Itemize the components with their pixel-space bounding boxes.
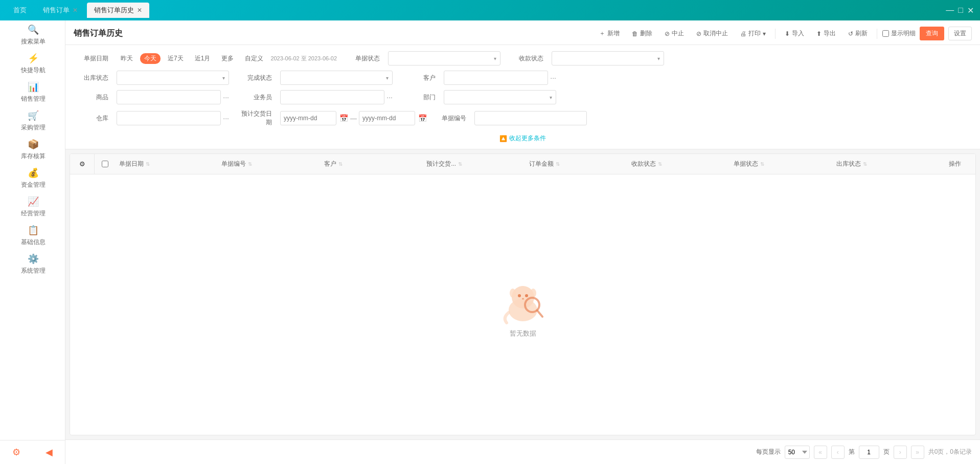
calendar-end-icon[interactable]: 📅 (418, 114, 427, 122)
tab-home[interactable]: 首页 (6, 3, 34, 18)
th-customer[interactable]: 客户 ⇅ (320, 160, 422, 168)
sidebar-collapse-icon[interactable]: ◀ (45, 447, 53, 458)
th-actions: 操作 (935, 160, 975, 168)
th-delivery[interactable]: 预计交货... ⇅ (422, 160, 525, 168)
sidebar-item-sales[interactable]: 📊 销售管理 (0, 78, 65, 106)
warehouse-dotdot[interactable]: ··· (223, 114, 229, 122)
delete-button[interactable]: 🗑 删除 (628, 27, 656, 40)
date-tag-1month[interactable]: 近1月 (191, 53, 215, 64)
toolbar: ＋ 新增 🗑 删除 ⊘ 中止 ⊘ 取消中止 🖨 打印 (595, 27, 972, 40)
delivery-date-end[interactable] (359, 111, 415, 125)
prev-page-btn[interactable]: ‹ (831, 446, 845, 459)
date-filter-label: 单据日期 (74, 54, 108, 63)
sidebar-item-finance[interactable]: 💰 资金管理 (0, 164, 65, 192)
refresh-button[interactable]: ↺ 刷新 (844, 27, 872, 40)
new-button[interactable]: ＋ 新增 (595, 27, 624, 40)
date-tag-more[interactable]: 更多 (217, 53, 238, 64)
calendar-start-icon[interactable]: 📅 (339, 114, 348, 122)
sales-icon: 📊 (28, 81, 39, 93)
sidebar-item-inventory[interactable]: 📦 库存核算 (0, 135, 65, 164)
shipment-status-select[interactable] (117, 71, 229, 85)
sidebar-item-search[interactable]: 🔍 搜索菜单 (0, 20, 65, 49)
th-payment-sort-icon: ⇅ (658, 161, 662, 167)
window-controls: — □ ✕ (946, 6, 974, 15)
customer-label: 客户 (401, 74, 436, 82)
sidebar-item-system[interactable]: ⚙️ 系统管理 (0, 250, 65, 278)
top-bar: 首页 销售订单 ✕ 销售订单历史 ✕ — □ ✕ (0, 0, 980, 20)
date-tag-yesterday[interactable]: 昨天 (117, 53, 137, 64)
next-page-btn[interactable]: › (894, 446, 907, 459)
th-customer-sort-icon: ⇅ (338, 161, 343, 167)
print-arrow-icon: ▾ (763, 30, 766, 37)
finance-icon: 💰 (28, 167, 39, 179)
tab-sales-history[interactable]: 销售订单历史 ✕ (87, 3, 149, 18)
shipment-status-label: 出库状态 (74, 74, 108, 82)
th-settings[interactable]: ⚙ (70, 154, 95, 174)
warehouse-label: 仓库 (74, 114, 108, 123)
tab-sales-order[interactable]: 销售订单 ✕ (36, 3, 85, 18)
sidebar-item-basic-info[interactable]: 📋 基础信息 (0, 221, 65, 250)
th-number[interactable]: 单据编号 ⇅ (217, 160, 320, 168)
filter-row-3: 商品 ··· 业务员 ··· 部门 ▾ (74, 90, 972, 104)
import-button[interactable]: ⬇ 导入 (781, 27, 808, 40)
sidebar-settings-icon[interactable]: ⚙ (12, 447, 20, 458)
th-amount[interactable]: 订单金额 ⇅ (525, 160, 627, 168)
last-page-icon: » (916, 449, 919, 456)
department-label: 部门 (401, 93, 436, 102)
goods-dotdot[interactable]: ··· (223, 93, 229, 101)
print-icon: 🖨 (740, 30, 746, 37)
sidebar-item-quick-nav[interactable]: ⚡ 快捷导航 (0, 49, 65, 78)
sidebar-item-purchase[interactable]: 🛒 采购管理 (0, 106, 65, 135)
close-btn[interactable]: ✕ (967, 6, 974, 15)
delivery-date-start[interactable] (280, 111, 336, 125)
first-page-btn[interactable]: « (814, 446, 827, 459)
date-tag-7days[interactable]: 近7天 (164, 53, 188, 64)
date-tag-today[interactable]: 今天 (140, 53, 161, 64)
th-date[interactable]: 单据日期 ⇅ (115, 160, 217, 168)
tab-sales-history-close[interactable]: ✕ (137, 7, 142, 14)
sidebar-item-sales-label: 销售管理 (21, 95, 45, 103)
filter-row-1: 单据日期 昨天 今天 近7天 近1月 更多 自定义 2023-06-02 至 2… (74, 51, 972, 65)
date-tag-custom[interactable]: 自定义 (241, 53, 267, 64)
completion-status-select[interactable] (280, 71, 393, 85)
th-checkbox[interactable] (95, 161, 115, 167)
tab-sales-order-close[interactable]: ✕ (73, 7, 78, 14)
display-detail-checkbox[interactable] (882, 30, 889, 37)
customer-input[interactable] (444, 71, 548, 85)
salesperson-dotdot[interactable]: ··· (386, 93, 393, 101)
salesperson-input[interactable] (280, 90, 384, 104)
minimize-btn[interactable]: — (946, 6, 954, 15)
last-page-btn[interactable]: » (911, 446, 924, 459)
th-number-label: 单据编号 (221, 160, 246, 168)
maximize-btn[interactable]: □ (958, 6, 963, 15)
collapse-row[interactable]: 🔼 收起更多条件 (74, 132, 972, 143)
sidebar-item-operations[interactable]: 📈 经营管理 (0, 192, 65, 221)
payment-status-select[interactable] (552, 51, 664, 65)
query-button[interactable]: 查询 (920, 27, 944, 40)
print-button[interactable]: 🖨 打印 ▾ (736, 27, 770, 40)
customer-dotdot[interactable]: ··· (550, 74, 556, 82)
warehouse-input[interactable] (117, 111, 221, 125)
purchase-icon: 🛒 (28, 110, 39, 121)
settings-button[interactable]: 设置 (948, 27, 972, 40)
cancel-stop-button[interactable]: ⊘ 取消中止 (692, 27, 732, 40)
th-shipment-status[interactable]: 出库状态 ⇅ (832, 160, 935, 168)
page-size-select[interactable]: 50 10 20 100 (785, 446, 810, 459)
select-all-checkbox[interactable] (102, 161, 108, 167)
department-select[interactable] (444, 90, 556, 104)
page-label: 页 (883, 448, 890, 456)
order-status-select[interactable] (388, 51, 500, 65)
import-label: 导入 (792, 29, 804, 38)
stop-button[interactable]: ⊘ 中止 (660, 27, 688, 40)
goods-input[interactable] (117, 90, 221, 104)
table-header: ⚙ 单据日期 ⇅ 单据编号 ⇅ 客户 ⇅ 预计交货... (70, 154, 975, 174)
new-icon: ＋ (599, 29, 605, 38)
order-number-input[interactable] (474, 111, 587, 125)
export-button[interactable]: ⬆ 导出 (812, 27, 840, 40)
th-order-status[interactable]: 单据状态 ⇅ (730, 160, 832, 168)
goods-label: 商品 (74, 93, 108, 102)
th-payment-status[interactable]: 收款状态 ⇅ (627, 160, 730, 168)
page-number-input[interactable] (859, 446, 879, 459)
settings-gear-icon[interactable]: ⚙ (79, 160, 85, 168)
filter-area: 单据日期 昨天 今天 近7天 近1月 更多 自定义 2023-06-02 至 2… (65, 45, 980, 149)
